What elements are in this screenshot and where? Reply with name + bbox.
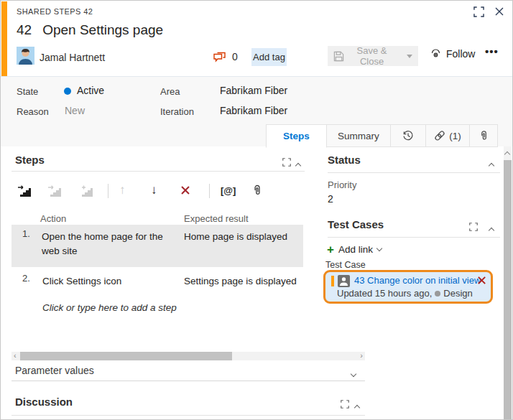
- insert-shared-steps-button[interactable]: [47, 185, 62, 197]
- steps-divider: [11, 171, 305, 172]
- reason-value[interactable]: New: [65, 105, 85, 116]
- create-shared-steps-icon: [79, 185, 93, 197]
- steps-collapse-button[interactable]: [296, 159, 300, 170]
- state-label: State: [17, 86, 38, 97]
- state-value[interactable]: Active: [77, 85, 104, 96]
- follow-button[interactable]: Follow: [430, 48, 475, 60]
- vertical-scrollbar[interactable]: [504, 146, 512, 420]
- work-item-type-color-bar: [1, 1, 7, 76]
- step-expected-cell[interactable]: Home page is displayed: [184, 230, 302, 244]
- insert-parameter-button[interactable]: [@]: [221, 185, 236, 196]
- add-icon: +: [327, 243, 334, 256]
- test-cases-collapse-button[interactable]: [489, 224, 494, 235]
- test-cases-fullscreen-button[interactable]: [469, 223, 478, 231]
- test-cases-heading: Test Cases: [328, 218, 384, 230]
- assignee-field[interactable]: Jamal Hartnett: [40, 52, 105, 63]
- test-cases-divider: [328, 237, 500, 238]
- save-close-label: Save & Close: [348, 45, 395, 67]
- fullscreen-icon: [282, 158, 291, 167]
- tab-history[interactable]: [390, 124, 426, 147]
- state-dot-icon: [435, 291, 440, 297]
- paperclip-icon: [479, 130, 489, 141]
- remove-icon: [477, 276, 486, 285]
- vertical-scrollbar-thumb[interactable]: [504, 160, 512, 420]
- maximize-button[interactable]: [473, 6, 484, 17]
- area-value[interactable]: Fabrikam Fiber: [220, 85, 287, 96]
- scroll-left-icon[interactable]: ‹: [14, 351, 17, 360]
- test-case-card-highlighted[interactable]: 43 Change color on initial view Updated …: [323, 270, 493, 304]
- tab-bar: Steps Summary (1): [267, 124, 498, 147]
- discussion-count-button[interactable]: [213, 50, 226, 62]
- step-number: 1.: [22, 228, 30, 239]
- fullscreen-icon: [341, 400, 349, 409]
- status-divider: [328, 172, 500, 173]
- discussion-fullscreen-button[interactable]: [341, 400, 349, 409]
- column-header-action: Action: [40, 213, 66, 224]
- step-expected-cell[interactable]: Settings page is displayed: [184, 274, 302, 289]
- horizontal-scrollbar[interactable]: ‹ ›: [11, 352, 365, 360]
- tab-summary[interactable]: Summary: [326, 124, 391, 147]
- priority-label: Priority: [328, 179, 356, 190]
- fullscreen-icon: [473, 6, 484, 17]
- links-icon: [434, 130, 445, 141]
- scroll-up-icon[interactable]: [504, 151, 510, 157]
- toolbar-separator: [108, 184, 108, 198]
- create-shared-steps-button[interactable]: [79, 185, 93, 197]
- chevron-up-icon: [489, 163, 494, 169]
- chevron-up-icon: [489, 228, 494, 233]
- comments-icon: [213, 50, 226, 62]
- add-tag-button[interactable]: Add tag: [251, 48, 287, 66]
- discussion-divider: [11, 415, 365, 416]
- tab-attachments[interactable]: [469, 124, 498, 147]
- priority-value[interactable]: 2: [328, 193, 333, 205]
- iteration-value[interactable]: Fabrikam Fiber: [220, 105, 287, 116]
- save-dropdown-caret-icon[interactable]: [407, 55, 412, 58]
- close-button[interactable]: [494, 6, 505, 17]
- iteration-label: Iteration: [160, 106, 194, 117]
- add-step-placeholder[interactable]: Click or type here to add a step: [42, 302, 177, 313]
- parameter-values-expand-button[interactable]: [351, 368, 356, 378]
- remove-link-button[interactable]: [477, 276, 486, 285]
- step-action-cell[interactable]: Click Settings icon: [42, 274, 173, 289]
- add-link-label: Add link: [338, 244, 373, 255]
- work-item-title[interactable]: 42Open Settings page: [17, 22, 163, 38]
- status-heading: Status: [328, 154, 361, 166]
- attach-to-step-button[interactable]: [251, 184, 263, 197]
- tab-links[interactable]: (1): [425, 124, 470, 147]
- test-case-meta: Updated 15 hours ago, Design: [337, 288, 473, 299]
- scroll-right-icon[interactable]: ›: [360, 351, 363, 360]
- test-case-state: Design: [443, 288, 472, 299]
- area-label: Area: [160, 86, 180, 97]
- delete-step-button[interactable]: [180, 185, 190, 195]
- follow-icon: [430, 48, 442, 60]
- chevron-up-icon: [354, 405, 360, 411]
- toolbar-separator: [209, 184, 210, 198]
- reason-label: Reason: [17, 106, 49, 117]
- horizontal-scrollbar-thumb[interactable]: [20, 352, 232, 360]
- follow-label: Follow: [446, 48, 475, 60]
- parameter-values-label: Parameter values: [15, 365, 94, 376]
- close-icon: [494, 6, 505, 17]
- chevron-down-icon: [351, 371, 356, 377]
- updated-text: Updated 15 hours ago,: [337, 288, 432, 299]
- discussion-collapse-button[interactable]: [355, 401, 359, 412]
- status-collapse-button[interactable]: [489, 159, 494, 170]
- step-action-cell[interactable]: Open the home page for the web site: [42, 230, 172, 258]
- title-text: Open Settings page: [42, 22, 163, 37]
- test-case-link[interactable]: 43 Change color on initial view: [354, 275, 481, 286]
- add-link-button[interactable]: + Add link: [327, 243, 382, 256]
- steps-fullscreen-button[interactable]: [282, 158, 291, 167]
- chevron-up-icon: [295, 163, 301, 169]
- insert-step-button[interactable]: [17, 185, 32, 197]
- save-and-close-button[interactable]: Save & Close: [328, 46, 418, 66]
- move-step-down-button[interactable]: ↓: [151, 183, 157, 197]
- test-case-avatar-icon: [338, 275, 350, 287]
- tab-steps[interactable]: Steps: [266, 124, 327, 148]
- move-step-up-button[interactable]: ↑: [119, 183, 126, 197]
- column-header-expected: Expected result: [184, 213, 249, 224]
- more-actions-button[interactable]: •••: [485, 45, 499, 57]
- work-item-id: 42: [17, 22, 32, 37]
- comments-count: 0: [232, 51, 238, 62]
- step-number: 2.: [22, 273, 30, 284]
- work-item-type-label: SHARED STEPS 42: [17, 7, 93, 16]
